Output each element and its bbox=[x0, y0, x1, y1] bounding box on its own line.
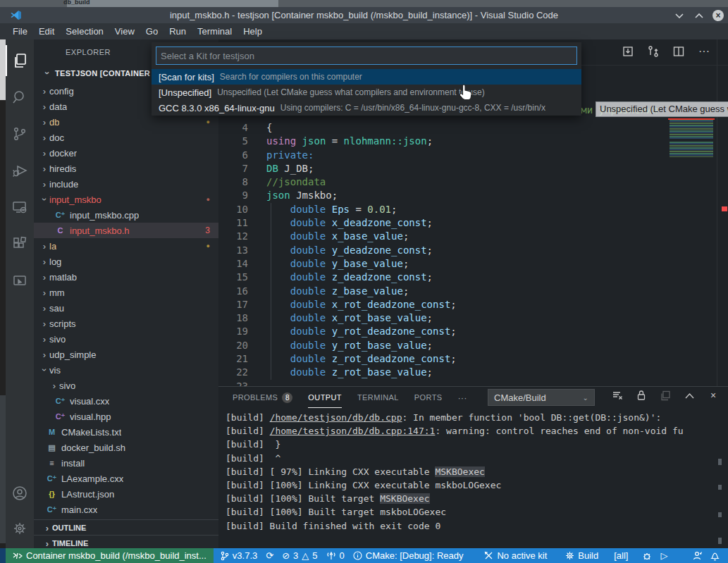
quick-pick-item[interactable]: [Scan for kits]Search for compilers on t… bbox=[152, 69, 581, 85]
search-icon[interactable] bbox=[6, 82, 34, 113]
code-text: double x_base_value; bbox=[248, 230, 409, 243]
quick-pick-item[interactable]: GCC 8.3.0 x86_64-linux-gnuUsing compiler… bbox=[152, 100, 581, 116]
chevron-right-icon: › bbox=[39, 272, 49, 283]
tree-item-CMakeLists.txt[interactable]: MCMakeLists.txt bbox=[34, 424, 218, 440]
tree-item-sivo[interactable]: ›sivo bbox=[34, 378, 218, 393]
quick-pick-item-label: GCC 8.3.0 x86_64-linux-gnu bbox=[159, 103, 275, 113]
menu-run[interactable]: Run bbox=[164, 26, 192, 37]
window-title: input_mskbo.h - testjson [Container mskb… bbox=[0, 10, 728, 20]
panel-tab-problems[interactable]: PROBLEMS8 bbox=[233, 387, 292, 408]
sync-button[interactable]: ⟳ bbox=[261, 548, 278, 563]
tree-item-include[interactable]: ›include bbox=[34, 176, 218, 192]
chevron-right-icon: › bbox=[49, 381, 59, 391]
panel-tab-output[interactable]: OUTPUT bbox=[308, 387, 342, 408]
tree-item-input_mskbo[interactable]: ›input_mskbo● bbox=[34, 192, 218, 207]
code-line: 20 double y_rot_base_value; bbox=[218, 339, 670, 352]
media-panel-icon[interactable] bbox=[6, 265, 34, 296]
extensions-icon[interactable] bbox=[6, 228, 34, 259]
tree-item-scripts[interactable]: ›scripts bbox=[34, 316, 218, 331]
menu-help[interactable]: Help bbox=[237, 26, 268, 37]
quick-pick-input[interactable] bbox=[156, 47, 577, 65]
lock-icon[interactable] bbox=[635, 389, 648, 402]
build-button[interactable]: Build bbox=[561, 548, 603, 563]
build-target-button[interactable]: [all] bbox=[610, 548, 632, 563]
tree-item-main.cxx[interactable]: C⁺main.cxx bbox=[34, 502, 218, 517]
chevron-right-icon: › bbox=[39, 117, 49, 128]
settings-gear-icon[interactable] bbox=[6, 513, 34, 544]
open-in-editor-icon[interactable] bbox=[659, 389, 672, 402]
more-actions-icon[interactable]: ··· bbox=[696, 44, 712, 59]
tree-item-matlab[interactable]: ›matlab bbox=[34, 269, 218, 285]
tree-item-hiredis[interactable]: ›hiredis bbox=[34, 161, 218, 176]
tree-item-input_mskbo.h[interactable]: Cinput_mskbo.h3 bbox=[34, 223, 218, 238]
tree-item-log[interactable]: ›log bbox=[34, 254, 218, 269]
maximize-panel-icon[interactable] bbox=[683, 389, 696, 402]
tree-item-udp_simple[interactable]: ›udp_simple bbox=[34, 347, 218, 362]
build-output[interactable]: [build] /home/testjson/db/db.cpp: In mem… bbox=[226, 411, 684, 533]
cmake-status-button[interactable]: CMake: [Debug]: Ready bbox=[349, 548, 468, 563]
code-line: 18 double x_rot_base_value; bbox=[218, 311, 670, 325]
compare-changes-icon[interactable] bbox=[646, 44, 661, 59]
ports-button[interactable]: 0 bbox=[322, 548, 349, 563]
account-icon[interactable] bbox=[6, 478, 34, 509]
panel-tab-terminal[interactable]: TERMINAL bbox=[357, 387, 399, 408]
active-kit-button[interactable]: No active kit bbox=[480, 548, 551, 563]
remote-indicator[interactable]: Container mskbo_build (/mskbo_build_inst… bbox=[6, 548, 214, 563]
notifications-button[interactable] bbox=[706, 548, 724, 563]
output-channel-select[interactable]: CMake/Build ⌄ bbox=[488, 389, 595, 406]
panel-more-tabs-icon[interactable]: ··· bbox=[458, 392, 467, 403]
tree-item-vis[interactable]: ›vis bbox=[34, 362, 218, 378]
menu-go[interactable]: Go bbox=[140, 26, 164, 37]
tree-item-LAstruct.json[interactable]: {}LAstruct.json bbox=[34, 486, 218, 502]
remote-explorer-icon[interactable] bbox=[6, 192, 34, 223]
problems-button[interactable]: ⊘ 3 △ 5 bbox=[278, 548, 321, 563]
cmake-version-button[interactable]: v3.7.3 bbox=[216, 548, 261, 563]
timeline-section[interactable]: › TIMELINE bbox=[34, 535, 218, 548]
clear-output-icon[interactable] bbox=[611, 389, 624, 402]
tree-item-visual.hpp[interactable]: C⁺visual.hpp bbox=[34, 409, 218, 424]
c-header-icon: C bbox=[55, 226, 66, 235]
explorer-icon[interactable] bbox=[6, 45, 34, 76]
menu-edit[interactable]: Edit bbox=[33, 26, 60, 37]
line-number: 18 bbox=[218, 311, 248, 325]
split-editor-icon[interactable] bbox=[671, 44, 686, 59]
output-line: [build] /home/testjson/db/db.cpp: In mem… bbox=[226, 411, 684, 424]
tree-item-mm[interactable]: ›mm bbox=[34, 285, 218, 300]
minimap[interactable] bbox=[668, 79, 716, 192]
file-link[interactable]: /home/testjson/db/db.cpp:147:1 bbox=[270, 426, 436, 436]
feedback-button[interactable] bbox=[688, 548, 706, 563]
tree-item-la[interactable]: ›la● bbox=[34, 238, 218, 254]
outline-section[interactable]: › OUTLINE bbox=[34, 519, 218, 536]
error-icon: ⊘ bbox=[282, 550, 290, 561]
tree-item-label: la bbox=[49, 241, 56, 252]
tree-item-docker[interactable]: ›docker bbox=[34, 145, 218, 161]
launch-button[interactable]: ▷ bbox=[656, 548, 672, 563]
menu-selection[interactable]: Selection bbox=[60, 26, 109, 37]
code-line: 17 double x_rot_deadzone_const; bbox=[218, 298, 670, 311]
hpp-icon: C⁺ bbox=[55, 412, 66, 421]
tree-item-install[interactable]: ≡install bbox=[34, 455, 218, 471]
activity-bar bbox=[6, 39, 34, 548]
close-icon[interactable]: × bbox=[712, 10, 724, 21]
tree-item-visual.cxx[interactable]: C⁺visual.cxx bbox=[34, 393, 218, 409]
minimize-icon[interactable] bbox=[673, 9, 686, 22]
panel-tab-ports[interactable]: PORTS bbox=[414, 387, 443, 408]
debug-button[interactable] bbox=[638, 548, 656, 563]
file-link[interactable]: /home/testjson/db/db.cpp bbox=[270, 412, 402, 423]
menu-terminal[interactable]: Terminal bbox=[192, 26, 237, 37]
tree-item-sivo[interactable]: ›sivo bbox=[34, 331, 218, 347]
source-control-icon[interactable] bbox=[6, 118, 34, 149]
code-line: 7DB J_DB; bbox=[218, 162, 670, 175]
tree-item-input_mskbo.cpp[interactable]: C⁺input_mskbo.cpp bbox=[34, 207, 218, 223]
tree-item-docker_build.sh[interactable]: ▤docker_build.sh bbox=[34, 440, 218, 455]
tree-item-LAexample.cxx[interactable]: C⁺LAexample.cxx bbox=[34, 471, 218, 486]
tree-item-doc[interactable]: ›doc bbox=[34, 130, 218, 145]
tree-item-sau[interactable]: ›sau bbox=[34, 300, 218, 316]
menu-file[interactable]: File bbox=[7, 26, 33, 37]
quick-pick-item[interactable]: [Unspecified]Unspecified (Let CMake gues… bbox=[152, 85, 581, 100]
run-and-debug-icon[interactable] bbox=[6, 155, 34, 186]
menu-view[interactable]: View bbox=[109, 26, 140, 37]
maximize-icon[interactable] bbox=[693, 9, 705, 22]
run-build-icon[interactable] bbox=[620, 44, 636, 59]
tree-item-db[interactable]: ›db● bbox=[34, 114, 218, 130]
